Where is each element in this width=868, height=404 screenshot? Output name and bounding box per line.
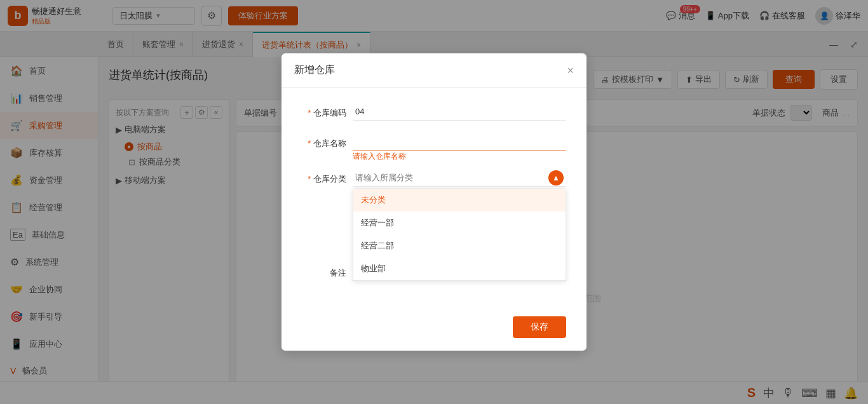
dialog-body: 仓库编码 仓库名称 请输入仓库名称 仓库分类 ▲ 未分类 xyxy=(281,88,587,309)
category-toggle-button[interactable]: ▲ xyxy=(548,170,564,185)
add-warehouse-dialog: 新增仓库 × 仓库编码 仓库名称 请输入仓库名称 仓库分类 xyxy=(281,53,587,351)
dropdown-item-property[interactable]: 物业部 xyxy=(353,257,566,280)
name-row: 仓库名称 请输入仓库名称 xyxy=(302,133,566,151)
category-row: 仓库分类 ▲ 未分类 经营一部 经营二部 物业部 xyxy=(302,169,566,187)
dropdown-item-dept2[interactable]: 经营二部 xyxy=(353,234,566,257)
dropdown-item-dept1[interactable]: 经营一部 xyxy=(353,212,566,234)
code-input[interactable] xyxy=(353,103,566,121)
category-label: 仓库分类 xyxy=(302,169,353,185)
name-input[interactable] xyxy=(353,133,566,151)
category-dropdown: 未分类 经营一部 经营二部 物业部 xyxy=(353,188,566,281)
close-button[interactable]: × xyxy=(567,65,574,76)
name-error-message: 请输入仓库名称 xyxy=(353,151,406,162)
code-label: 仓库编码 xyxy=(302,103,353,119)
note-label: 备注 xyxy=(302,263,353,279)
category-input[interactable] xyxy=(353,169,566,187)
category-select-wrapper: ▲ 未分类 经营一部 经营二部 物业部 xyxy=(353,169,566,187)
save-button[interactable]: 保存 xyxy=(513,316,566,338)
code-row: 仓库编码 xyxy=(302,103,566,121)
dropdown-item-uncategorized[interactable]: 未分类 xyxy=(353,189,566,212)
dialog-title: 新增仓库 xyxy=(294,64,335,77)
dialog-header: 新增仓库 × xyxy=(281,53,587,88)
dialog-footer: 保存 xyxy=(281,309,587,351)
name-label: 仓库名称 xyxy=(302,133,353,149)
modal-overlay: 新增仓库 × 仓库编码 仓库名称 请输入仓库名称 仓库分类 xyxy=(0,0,868,404)
